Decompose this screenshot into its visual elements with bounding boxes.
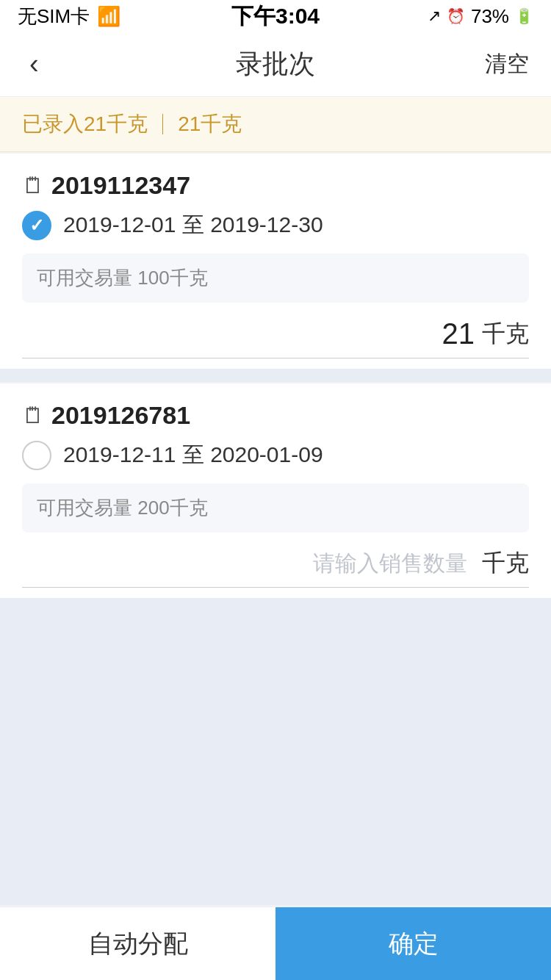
batch-id-icon-2: 🗒	[22, 403, 44, 428]
quantity-unit-2: 千克	[482, 547, 529, 580]
batch-input-row-2: 请输入销售数量 千克	[0, 533, 551, 587]
location-icon: ↗	[428, 7, 441, 26]
clear-button[interactable]: 清空	[485, 49, 529, 79]
summary-label: 已录入21千克	[22, 110, 148, 138]
status-bar-time: 下午3:04	[231, 1, 320, 32]
summary-divider	[162, 114, 163, 134]
batch-id-1: 2019112347	[51, 171, 190, 200]
batch-available-1: 可用交易量 100千克	[22, 253, 529, 303]
page-title: 录批次	[236, 46, 315, 82]
wifi-icon: 📶	[97, 5, 120, 28]
status-bar-right: ↗ ⏰ 73% 🔋	[428, 5, 533, 28]
quantity-underline-2	[22, 587, 529, 588]
batch-id-2: 2019126781	[51, 401, 190, 430]
nav-bar: ‹ 录批次 清空	[0, 32, 551, 97]
confirm-button[interactable]: 确定	[276, 907, 551, 980]
quantity-unit-1: 千克	[482, 318, 529, 350]
batch-available-2: 可用交易量 200千克	[22, 483, 529, 533]
batch-card-1: 🗒 2019112347 ✓ 2019-12-01 至 2019-12-30 可…	[0, 154, 551, 369]
status-bar-left: 无SIM卡 📶	[18, 4, 120, 29]
batch-id-icon-1: 🗒	[22, 173, 44, 198]
battery-label: 73%	[471, 5, 509, 28]
batch-date-1: 2019-12-01 至 2019-12-30	[63, 210, 323, 240]
alarm-icon: ⏰	[447, 7, 465, 25]
check-icon-1: ✓	[29, 215, 44, 236]
batch-card-2: 🗒 2019126781 2019-12-11 至 2020-01-09 可用交…	[0, 383, 551, 598]
section-divider-1	[0, 369, 551, 382]
quantity-placeholder-2: 请输入销售数量	[313, 549, 467, 579]
batch-date-row-1[interactable]: ✓ 2019-12-01 至 2019-12-30	[22, 210, 529, 240]
status-bar: 无SIM卡 📶 下午3:04 ↗ ⏰ 73% 🔋	[0, 0, 551, 32]
summary-banner: 已录入21千克 21千克	[0, 97, 551, 152]
quantity-underline-1	[22, 358, 529, 359]
carrier-label: 无SIM卡	[18, 4, 90, 29]
quantity-input-1[interactable]	[386, 317, 475, 350]
empty-area	[0, 611, 551, 905]
batch-date-2: 2019-12-11 至 2020-01-09	[63, 440, 323, 470]
batch-header-2: 🗒 2019126781	[22, 401, 529, 430]
radio-2[interactable]	[22, 441, 51, 470]
battery-icon: 🔋	[515, 7, 533, 25]
bottom-bar: 自动分配 确定	[0, 907, 551, 980]
auto-distribute-button[interactable]: 自动分配	[0, 907, 276, 980]
section-divider-2	[0, 598, 551, 611]
radio-1[interactable]: ✓	[22, 211, 51, 240]
back-button[interactable]: ‹	[22, 41, 46, 87]
batch-header-1: 🗒 2019112347	[22, 171, 529, 200]
quantity-row-1: 千克	[0, 303, 551, 358]
batch-date-row-2[interactable]: 2019-12-11 至 2020-01-09	[22, 440, 529, 470]
summary-value: 21千克	[178, 110, 242, 138]
